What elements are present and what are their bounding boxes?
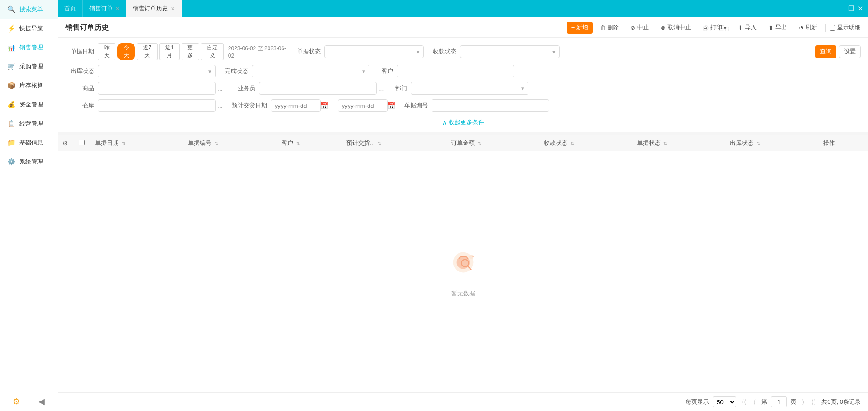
delete-button[interactable]: 🗑 删除 <box>595 22 623 34</box>
th-customer[interactable]: 客户 ⇅ <box>277 135 342 151</box>
order-number-input[interactable] <box>432 99 549 112</box>
sidebar-item-inventory[interactable]: 📦 库存核算 <box>0 76 58 95</box>
filter-area: 单据日期 昨天 今天 近7天 近1月 更多 自定义 2023-06-02 至 2… <box>58 38 868 132</box>
order-status-select[interactable]: ▾ <box>324 45 424 58</box>
sidebar-item-label: 基础信息 <box>19 139 43 147</box>
print-icon: 🖨 <box>703 24 709 31</box>
sidebar-item-label: 快捷导航 <box>19 24 43 33</box>
settings-button[interactable]: 设置 <box>839 45 861 58</box>
print-button[interactable]: 🖨 打印 ▾ <box>698 22 731 34</box>
complete-status-select[interactable]: ▾ <box>252 65 369 77</box>
th-customer-sort: ⇅ <box>296 141 300 146</box>
warehouse-input[interactable] <box>98 99 216 112</box>
th-amount[interactable]: 订单金额 ⇅ <box>446 135 539 151</box>
collapse-sidebar-icon[interactable]: ◀ <box>38 396 45 406</box>
page-content: 销售订单历史 + 新增 🗑 删除 ⊘ 中止 ⊗ 取消中止 🖨 打印 <box>58 17 868 411</box>
th-date-label: 单据日期 <box>95 140 119 146</box>
new-button[interactable]: + 新增 <box>567 22 593 34</box>
search-button[interactable]: 查询 <box>815 45 836 58</box>
prev-page-btn[interactable]: ⟨ <box>752 397 758 406</box>
sidebar-item-quick-nav[interactable]: ⚡ 快捷导航 <box>0 19 58 38</box>
export-button[interactable]: ⬆ 导出 <box>764 22 791 34</box>
main-area: 首页 销售订单 ✕ 销售订单历史 ✕ — ❐ ✕ 销售订单历史 + 新增 🗑 删… <box>58 0 868 411</box>
refresh-icon: ↺ <box>799 24 804 31</box>
settings-icon[interactable]: ⚙ <box>62 140 68 147</box>
cancel-stop-button[interactable]: ⊗ 取消中止 <box>656 22 695 34</box>
delete-label: 删除 <box>608 24 619 32</box>
th-delivery[interactable]: 预计交货... ⇅ <box>342 135 446 151</box>
inventory-icon: 📦 <box>7 82 16 90</box>
sidebar-item-base-info[interactable]: 📁 基础信息 <box>0 133 58 152</box>
sidebar-item-sales[interactable]: 📊 销售管理 <box>0 38 58 57</box>
sidebar-item-sys[interactable]: ⚙️ 系统管理 <box>0 152 58 171</box>
toolbar: + 新增 🗑 删除 ⊘ 中止 ⊗ 取消中止 🖨 打印 ▾ <box>567 22 861 34</box>
show-detail-label[interactable]: 显示明细 <box>830 24 861 32</box>
payment-status-select[interactable]: ▾ <box>460 45 560 58</box>
close-icon[interactable]: ✕ <box>858 5 863 13</box>
collapse-btn[interactable]: ∧ 收起更多条件 <box>65 116 861 130</box>
th-date[interactable]: 单据日期 ⇅ <box>91 135 183 151</box>
th-order-status-label: 单据状态 <box>637 140 661 146</box>
page-title: 销售订单历史 <box>65 23 109 33</box>
select-all-checkbox[interactable] <box>79 140 85 145</box>
finance-icon: 💰 <box>7 101 16 109</box>
svg-point-4 <box>469 255 473 259</box>
minimize-icon[interactable]: — <box>838 5 844 13</box>
warehouse-dots[interactable]: ... <box>217 102 223 109</box>
tab-history-close[interactable]: ✕ <box>171 6 175 12</box>
customer-dots[interactable]: ... <box>516 68 522 75</box>
tab-sales-order-history[interactable]: 销售订单历史 ✕ <box>126 0 182 17</box>
th-number[interactable]: 单据编号 ⇅ <box>183 135 276 151</box>
date-more[interactable]: 更多 <box>182 43 199 60</box>
th-out-status[interactable]: 出库状态 ⇅ <box>725 135 818 151</box>
date-1month[interactable]: 近1月 <box>159 43 180 60</box>
salesperson-dots[interactable]: ... <box>379 85 384 92</box>
delivery-from-calendar-icon[interactable]: 📅 <box>321 102 328 109</box>
page-number-input[interactable] <box>771 396 787 407</box>
page-size-select[interactable]: 50 10 20 100 <box>713 396 736 407</box>
delivery-to-calendar-icon[interactable]: 📅 <box>388 102 395 109</box>
import-label: 导入 <box>745 24 757 32</box>
search-menu-icon: 🔍 <box>7 5 16 14</box>
stop-label: 中止 <box>637 24 649 32</box>
sidebar-item-purchase[interactable]: 🛒 采购管理 <box>0 57 58 76</box>
goods-dots[interactable]: ... <box>217 85 223 92</box>
goods-input[interactable] <box>98 82 216 95</box>
show-detail-checkbox[interactable] <box>830 25 835 31</box>
first-page-btn[interactable]: ⟨⟨ <box>740 397 748 406</box>
tab-sales-order-close[interactable]: ✕ <box>115 6 120 12</box>
next-page-btn[interactable]: ⟩ <box>800 397 806 406</box>
stop-button[interactable]: ⊘ 中止 <box>626 22 653 34</box>
settings-bottom-icon[interactable]: ⚙ <box>13 396 20 406</box>
delivery-from-input[interactable] <box>271 99 321 112</box>
date-today[interactable]: 今天 <box>117 43 135 60</box>
refresh-button[interactable]: ↺ 刷新 <box>794 22 822 34</box>
collapse-up-icon: ∧ <box>442 119 447 126</box>
th-checkbox[interactable] <box>74 135 91 151</box>
tab-sales-order[interactable]: 销售订单 ✕ <box>83 0 126 17</box>
sidebar-item-search[interactable]: 🔍 搜索菜单 <box>0 0 58 19</box>
delivery-to-input[interactable] <box>338 99 388 112</box>
date-7days[interactable]: 近7天 <box>137 43 157 60</box>
page-size-label: 每页显示 <box>686 398 709 406</box>
restore-icon[interactable]: ❐ <box>848 5 854 13</box>
th-payment[interactable]: 收款状态 ⇅ <box>539 135 632 151</box>
last-page-btn[interactable]: ⟩⟩ <box>810 397 818 406</box>
tab-home[interactable]: 首页 <box>58 0 83 17</box>
th-order-status[interactable]: 单据状态 ⇅ <box>633 135 725 151</box>
export-label: 导出 <box>775 24 787 32</box>
complete-status-arrow: ▾ <box>362 68 365 75</box>
out-status-select[interactable]: ▾ <box>98 65 216 77</box>
customer-input[interactable] <box>397 65 514 77</box>
date-custom[interactable]: 自定义 <box>201 43 224 60</box>
salesperson-input[interactable] <box>259 82 377 95</box>
th-settings[interactable]: ⚙ <box>58 135 74 151</box>
import-button[interactable]: ⬇ 导入 <box>734 22 761 34</box>
date-yesterday[interactable]: 昨天 <box>98 43 115 60</box>
department-select[interactable]: ▾ <box>411 82 528 95</box>
sidebar-item-finance[interactable]: 💰 资金管理 <box>0 95 58 114</box>
th-out-status-label: 出库状态 <box>730 140 753 146</box>
tab-home-label: 首页 <box>64 5 76 13</box>
sidebar-item-operations[interactable]: 📋 经营管理 <box>0 114 58 133</box>
th-number-label: 单据编号 <box>188 140 211 146</box>
